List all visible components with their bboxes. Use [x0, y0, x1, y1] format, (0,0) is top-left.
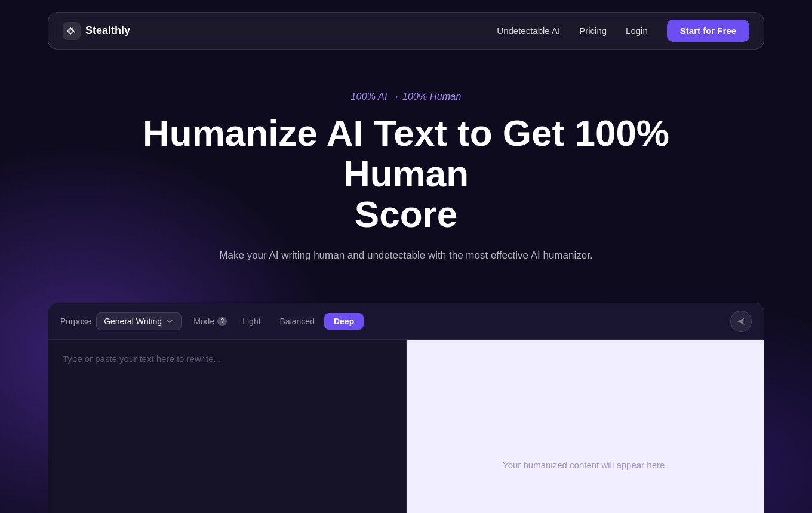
purpose-value: General Writing [104, 317, 162, 326]
editor-output: Your humanized content will appear here. [407, 340, 764, 513]
nav-undetectable-ai[interactable]: Undetectable AI [497, 26, 560, 36]
hero-subtitle: 100% AI → 100% Human [12, 91, 800, 102]
toolbar-right [730, 311, 752, 332]
send-icon [736, 317, 746, 326]
svg-rect-0 [63, 22, 81, 40]
purpose-select[interactable]: General Writing [96, 312, 182, 330]
toolbar-left: Purpose General Writing Mode ? Light Bal… [60, 312, 364, 330]
mode-tabs: Light Balanced Deep [233, 313, 364, 330]
hero-title-line2: Score [355, 193, 457, 235]
hero-description: Make your AI writing human and undetecta… [209, 247, 603, 263]
editor-left: Try A Sample Paste Text [48, 340, 407, 513]
mode-label: Mode ? [193, 317, 227, 326]
navbar-links: Undetectable AI Pricing Login Start for … [497, 20, 749, 42]
logo-icon [63, 22, 81, 40]
logo-link[interactable]: Stealthly [63, 22, 130, 40]
mode-tab-deep[interactable]: Deep [324, 313, 364, 330]
logo-text: Stealthly [85, 24, 130, 37]
start-free-button[interactable]: Start for Free [667, 20, 749, 42]
nav-pricing[interactable]: Pricing [579, 26, 607, 36]
text-input[interactable] [48, 340, 406, 513]
purpose-group: Purpose General Writing [60, 312, 182, 330]
hero-title: Humanize AI Text to Get 100% Human Score [137, 113, 675, 235]
hero-title-line1: Humanize AI Text to Get 100% Human [143, 112, 669, 194]
output-placeholder: Your humanized content will appear here. [503, 460, 667, 470]
chevron-down-icon [165, 317, 174, 325]
tool-panel: Purpose General Writing Mode ? Light Bal… [48, 303, 764, 513]
navbar: Stealthly Undetectable AI Pricing Login … [48, 12, 764, 50]
toolbar: Purpose General Writing Mode ? Light Bal… [48, 303, 764, 340]
hero-section: 100% AI → 100% Human Humanize AI Text to… [0, 62, 812, 303]
editor-area: Try A Sample Paste Text Your humanized c… [48, 340, 764, 513]
mode-info-icon[interactable]: ? [217, 317, 227, 326]
nav-login[interactable]: Login [626, 26, 648, 36]
purpose-label: Purpose [60, 317, 91, 326]
mode-group: Mode ? Light Balanced Deep [193, 313, 364, 330]
mode-tab-balanced[interactable]: Balanced [270, 313, 324, 330]
mode-tab-light[interactable]: Light [233, 313, 270, 330]
send-button[interactable] [730, 311, 752, 332]
